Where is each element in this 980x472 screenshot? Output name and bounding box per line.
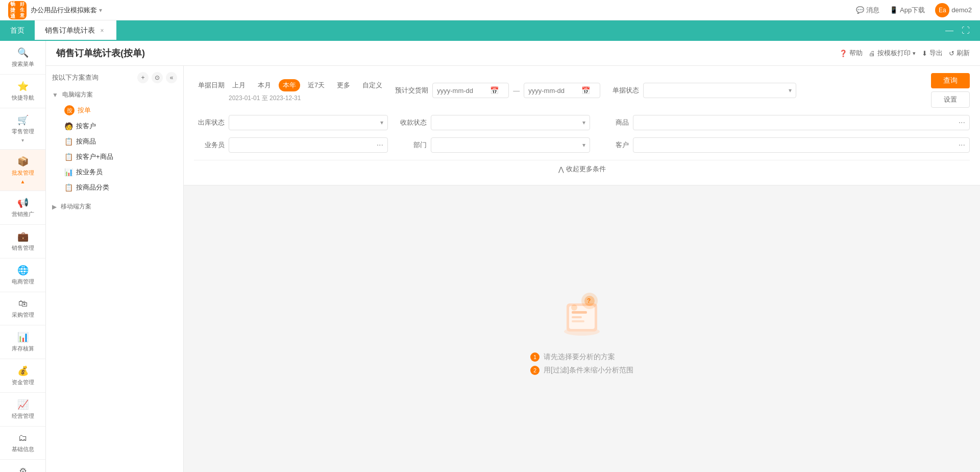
tab-sales-stat[interactable]: 销售订单统计表 × <box>35 20 116 41</box>
help-btn[interactable]: ❓ 帮助 <box>839 49 863 58</box>
scheme-by-cust-prod[interactable]: 📋 按客户+商品 <box>58 149 183 164</box>
left-panel: 按以下方案查询 + ⊙ « ▼ 电脑端方案 按 按单 <box>46 66 184 472</box>
sidebar-search[interactable]: 🔍 搜索菜单 <box>0 41 45 75</box>
date-btn-more[interactable]: 更多 <box>332 79 355 92</box>
date-from-input[interactable] <box>437 87 488 95</box>
sidebar-item-system[interactable]: ⚙ 系统管理 <box>0 460 45 472</box>
top-bar: 畅捷通好生意 办公用品行业模拟账套 ▾ 💬 消息 📱 App下载 Ea demo… <box>0 0 980 20</box>
system-icon: ⚙ <box>19 466 27 472</box>
scheme-by-order[interactable]: 按 按单 <box>58 102 183 119</box>
date-buttons: 上月 本月 本年 近7天 更多 自定义 <box>228 79 387 92</box>
refresh-btn[interactable]: ↺ 刷新 <box>949 49 970 58</box>
collapse-panel-btn[interactable]: « <box>166 72 177 83</box>
settings-scheme-btn[interactable]: ⊙ <box>152 72 163 83</box>
query-button[interactable]: 查询 <box>931 73 970 88</box>
shipment-group: 出库状态 ▾ <box>194 115 388 130</box>
mobile-section-header: ▶ 移动端方案 <box>46 199 183 214</box>
collapse-arrow-icon: ⋀ <box>558 166 564 173</box>
app-download-btn[interactable]: 📱 App下载 <box>890 6 925 15</box>
tab-home[interactable]: 首页 <box>0 20 35 41</box>
expected-date-from[interactable]: 📅 <box>432 83 509 98</box>
scheme-icon: 📊 <box>64 168 73 176</box>
date-btn-last-7[interactable]: 近7天 <box>303 79 329 92</box>
sidebar-item-wholesale[interactable]: 📦 批发管理 ▲ <box>0 150 45 191</box>
goods-dots-icon[interactable]: ··· <box>959 118 965 127</box>
export-icon: ⬇ <box>922 50 927 57</box>
scheme-by-salesman[interactable]: 📊 按业务员 <box>58 164 183 180</box>
payment-select[interactable]: ▾ <box>431 115 590 130</box>
sidebar-item-ecom[interactable]: 🌐 电商管理 <box>0 258 45 292</box>
retail-icon: 🛒 <box>17 114 29 126</box>
date-btn-this-month[interactable]: 本月 <box>253 79 276 92</box>
tab-bar: 首页 销售订单统计表 × — ⛶ <box>0 20 980 41</box>
sidebar-item-marketing[interactable]: 📢 营销推广 <box>0 191 45 225</box>
page-actions: ❓ 帮助 🖨 按模板打印 ▾ ⬇ 导出 ↺ 刷新 <box>839 49 970 58</box>
sidebar-item-retail[interactable]: 🛒 零售管理 ▾ <box>0 108 45 150</box>
shipment-label: 出库状态 <box>194 118 225 127</box>
scheme-by-product[interactable]: 📋 按商品 <box>58 134 183 149</box>
customer-select[interactable]: ··· <box>633 137 970 153</box>
user-menu[interactable]: Ea demo2 <box>935 3 972 17</box>
salesman-dots-icon[interactable]: ··· <box>377 140 383 150</box>
collapse-filter-btn[interactable]: ⋀ 收起更多条件 <box>194 160 970 178</box>
date-btn-last-month[interactable]: 上月 <box>228 79 250 92</box>
svg-rect-5 <box>572 320 584 322</box>
sidebar-item-inventory[interactable]: 📊 库存核算 <box>0 325 45 359</box>
avatar: Ea <box>935 3 949 17</box>
sidebar: 🔍 搜索菜单 ⭐ 快捷导航 🛒 零售管理 ▾ 📦 批发管理 ▲ 📢 营销推广 💼… <box>0 41 46 472</box>
dept-group: 部门 ▾ <box>396 137 590 153</box>
status-select[interactable]: ▾ <box>643 83 796 98</box>
calendar-icon-2: 📅 <box>581 86 590 95</box>
date-btn-custom[interactable]: 自定义 <box>358 79 387 92</box>
filter-row-3: 业务员 ··· 部门 ▾ <box>194 137 970 153</box>
sidebar-item-purchase[interactable]: 🛍 采购管理 <box>0 292 45 325</box>
dropdown-arrow-icon: ▾ <box>789 87 792 94</box>
payment-label: 收款状态 <box>396 118 427 127</box>
add-scheme-btn[interactable]: + <box>137 72 149 83</box>
active-scheme-dot: 按 <box>64 105 75 115</box>
customer-dots-icon[interactable]: ··· <box>959 140 965 150</box>
template-print-btn[interactable]: 🖨 按模板打印 ▾ <box>869 49 916 58</box>
sidebar-item-operation[interactable]: 📈 经营管理 <box>0 393 45 427</box>
goods-select[interactable]: ··· <box>633 115 970 130</box>
company-name: 办公用品行业模拟账套 <box>31 6 97 15</box>
mobile-icon: 📱 <box>890 6 898 14</box>
scheme-icon: 📋 <box>64 137 73 146</box>
breadcrumb: 办公用品行业模拟账套 ▾ <box>31 6 102 15</box>
export-btn[interactable]: ⬇ 导出 <box>922 49 943 58</box>
step-2-num: 2 <box>530 366 540 375</box>
svg-rect-4 <box>572 316 582 318</box>
expected-date-label: 预计交货期 <box>395 86 428 95</box>
pc-section-arrow: ▼ <box>52 91 58 99</box>
svg-point-9 <box>571 304 577 311</box>
scheme-by-category[interactable]: 📋 按商品分类 <box>58 180 183 195</box>
sidebar-item-basic[interactable]: 🗂 基础信息 <box>0 427 45 460</box>
salesman-select[interactable]: ··· <box>229 137 388 153</box>
shipment-select[interactable]: ▾ <box>229 115 388 130</box>
sidebar-quick-nav[interactable]: ⭐ 快捷导航 <box>0 75 45 108</box>
tab-close-icon[interactable]: × <box>98 27 106 35</box>
minimize-icon[interactable]: — <box>943 25 955 37</box>
dept-select[interactable]: ▾ <box>431 137 590 153</box>
scheme-by-customer[interactable]: 🧑 按客户 <box>58 119 183 134</box>
calendar-icon: 📅 <box>490 86 499 95</box>
message-btn[interactable]: 💬 消息 <box>856 6 879 15</box>
settings-button[interactable]: 设置 <box>931 91 970 108</box>
print-arrow-icon: ▾ <box>913 50 916 57</box>
maximize-icon[interactable]: ⛶ <box>960 25 972 37</box>
purchase-icon: 🛍 <box>18 298 28 309</box>
content-area: 销售订单统计表(按单) ❓ 帮助 🖨 按模板打印 ▾ ⬇ 导出 ↺ 刷新 <box>46 41 980 472</box>
wholesale-arrow: ▲ <box>20 179 26 184</box>
scheme-icon: 📋 <box>64 183 73 192</box>
date-to-input[interactable] <box>528 87 579 95</box>
expected-date-to[interactable]: 📅 <box>524 83 600 98</box>
right-panel: 单据日期 上月 本月 本年 近7天 更多 自定义 2023 <box>184 66 980 472</box>
date-btn-this-year[interactable]: 本年 <box>279 79 300 91</box>
basic-icon: 🗂 <box>18 433 28 443</box>
inventory-icon: 📊 <box>17 332 29 343</box>
sidebar-item-finance[interactable]: 💰 资金管理 <box>0 359 45 393</box>
company-arrow[interactable]: ▾ <box>99 7 102 14</box>
sidebar-item-sales[interactable]: 💼 销售管理 <box>0 225 45 258</box>
customer-label: 客户 <box>598 140 629 150</box>
goods-group: 商品 ··· <box>598 115 970 130</box>
